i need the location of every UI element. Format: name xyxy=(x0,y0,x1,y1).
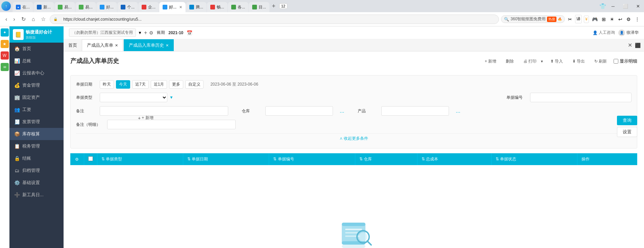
btn-custom[interactable]: 自定义 xyxy=(185,80,204,89)
add-button[interactable]: + 新增 xyxy=(482,57,499,66)
icon-sidebar-item-4[interactable]: ✉ xyxy=(1,63,9,71)
sidebar-item-funds[interactable]: 💰 资金管理 xyxy=(9,79,64,91)
select-all-checkbox[interactable] xyxy=(88,156,93,161)
btn-1month[interactable]: 近1月 xyxy=(151,80,167,89)
grid-icon[interactable]: ⊞ xyxy=(601,16,607,23)
hot-tag: 热搜 xyxy=(547,17,556,22)
panel-close-btn[interactable]: ✕ xyxy=(628,42,632,48)
forward-button[interactable]: › xyxy=(11,15,17,24)
sort-cost-icon[interactable]: ⇅ xyxy=(422,157,425,161)
settings-filter-button[interactable]: 设置 xyxy=(617,127,637,137)
btn-today[interactable]: 今天 xyxy=(116,80,130,89)
tab-12[interactable]: 目... xyxy=(249,2,269,12)
col-checkbox[interactable] xyxy=(84,153,97,165)
type-select[interactable] xyxy=(100,93,167,102)
tab-6[interactable]: 个... xyxy=(117,2,138,12)
query-button[interactable]: 查询 xyxy=(617,116,637,125)
sidebar-item-basic[interactable]: ⚙️ 基础设置 xyxy=(9,177,64,189)
breadcrumb-home[interactable]: 首页 xyxy=(64,40,82,51)
icon-sidebar-item-1[interactable]: ✦ xyxy=(1,28,9,37)
panel-expand-btn[interactable]: ⬛ xyxy=(635,43,641,48)
more-icon[interactable]: ⋮ xyxy=(634,16,641,23)
tab-3[interactable]: 易... xyxy=(54,2,75,12)
sidebar-item-assets[interactable]: 🏢 固定资产 xyxy=(9,91,64,104)
collapse-bar[interactable]: ∧ 收起更多条件 xyxy=(76,133,631,143)
sidebar-item-payroll[interactable]: 👥 工资 xyxy=(9,104,64,116)
product-dots[interactable]: ... xyxy=(456,108,460,114)
sidebar-item-home[interactable]: 🏠 首页 xyxy=(9,43,64,55)
settings-account-icon[interactable]: ⚙ xyxy=(149,30,153,36)
minimize-button[interactable]: ─ xyxy=(609,2,617,10)
maximize-button[interactable]: ⬜ xyxy=(620,2,631,10)
refresh-nav-button[interactable]: ↻ xyxy=(19,15,28,24)
tab-2[interactable]: 新... xyxy=(33,2,54,12)
show-detail-wrap: 显示明细 xyxy=(614,58,637,64)
gear-col-icon[interactable]: ⚙ xyxy=(75,157,79,162)
sidebar-item-inventory[interactable]: 📦 库存核算 xyxy=(9,128,64,140)
tab-10[interactable]: 畅... xyxy=(207,2,228,12)
icon-sidebar-item-2[interactable]: ★ xyxy=(1,40,9,48)
print-button[interactable]: 🖨打印 xyxy=(521,57,539,66)
icon-sidebar-item-3[interactable]: W xyxy=(1,51,9,60)
page-tab-1[interactable]: 产成品入库单 ✕ xyxy=(82,39,123,51)
sidebar-item-tax[interactable]: 📋 税务管理 xyxy=(9,140,64,152)
sort-warehouse-icon[interactable]: ⇅ xyxy=(359,157,363,161)
warehouse-input[interactable] xyxy=(265,106,333,116)
btn-more[interactable]: 更多 xyxy=(169,80,183,89)
page-tab-2[interactable]: 产成品入库单历史 ✕ xyxy=(124,39,174,51)
btn-7days[interactable]: 近7天 xyxy=(132,80,149,89)
tab-11[interactable]: 各... xyxy=(228,2,248,12)
shirt-icon[interactable]: 👕 xyxy=(599,3,606,9)
tab-7[interactable]: 企... xyxy=(138,2,159,12)
sidebar-item-archive[interactable]: 🗂 归档管理 xyxy=(9,164,64,177)
sidebar-item-close[interactable]: 🔒 结账 xyxy=(9,152,64,164)
btn-yesterday[interactable]: 昨天 xyxy=(100,80,114,89)
back-button[interactable]: ‹ xyxy=(3,15,9,24)
tab-1[interactable]: ● 在... xyxy=(13,2,33,12)
note-input[interactable] xyxy=(100,106,228,116)
print-dropdown-icon[interactable]: ▼ xyxy=(540,60,544,63)
undo-icon[interactable]: ↩ xyxy=(617,16,623,23)
warehouse-dots[interactable]: ... xyxy=(340,108,344,114)
tab-5[interactable]: 好... xyxy=(96,2,117,12)
col-gear[interactable]: ⚙ xyxy=(70,153,84,165)
sort-status-icon[interactable]: ⇅ xyxy=(496,157,499,161)
show-detail-checkbox[interactable] xyxy=(614,59,618,64)
page-tab-1-close[interactable]: ✕ xyxy=(115,43,118,48)
close-button[interactable]: ✕ xyxy=(634,2,643,10)
sidebar-item-newbill[interactable]: ➕ 新工具日... xyxy=(9,189,64,201)
tab-close-8[interactable]: ✕ xyxy=(179,5,182,9)
consult-button[interactable]: 👤 人工咨询 xyxy=(593,30,615,36)
game-icon[interactable]: 🎮 xyxy=(591,16,599,23)
add-account-btn[interactable]: + xyxy=(144,30,147,36)
page-tab-2-close[interactable]: ✕ xyxy=(166,43,169,48)
sort-date-icon[interactable]: ⇅ xyxy=(187,157,191,161)
new-tab-button[interactable]: + xyxy=(270,3,278,10)
home-nav-button[interactable]: ⌂ xyxy=(30,15,37,24)
sidebar-item-general[interactable]: 📊 总账 xyxy=(9,55,64,67)
scissors-icon[interactable]: ✂ xyxy=(567,16,573,23)
theme-icon[interactable]: ☀ xyxy=(609,16,615,23)
sidebar-item-reports[interactable]: 📈 云报表中心 xyxy=(9,67,64,79)
tab-8[interactable]: 好... ✕ xyxy=(159,2,186,12)
sort-type-icon[interactable]: ⇅ xyxy=(101,157,105,161)
settings-nav-icon[interactable]: ⚙ xyxy=(625,16,632,23)
period-calendar-icon[interactable]: 📅 xyxy=(187,30,192,36)
address-input[interactable] xyxy=(59,15,495,24)
account-dropdown-icon[interactable]: ▼ xyxy=(138,30,142,35)
product-input[interactable] xyxy=(381,106,449,116)
yuan-icon[interactable]: ¥ xyxy=(584,16,589,23)
bookmark-button[interactable]: ☆ xyxy=(39,15,48,24)
delete-button[interactable]: 删除 xyxy=(503,57,517,66)
detail-note-input[interactable] xyxy=(107,120,236,129)
sidebar-item-invoice[interactable]: 🧾 发票管理 xyxy=(9,116,64,128)
translate-icon[interactable]: 译 xyxy=(575,15,582,23)
tab-9[interactable]: 腾... xyxy=(186,2,207,12)
add-toolbar-button[interactable]: + + 新增 xyxy=(138,115,153,121)
refresh-content-button[interactable]: ↻刷新 xyxy=(592,57,610,66)
tab-4[interactable]: 易... xyxy=(75,2,96,12)
sort-number-icon[interactable]: ⇅ xyxy=(273,157,277,161)
import-button[interactable]: ⬆导入 xyxy=(548,57,566,66)
num-input[interactable] xyxy=(530,93,631,102)
export-button[interactable]: ⬇导出 xyxy=(570,57,588,66)
